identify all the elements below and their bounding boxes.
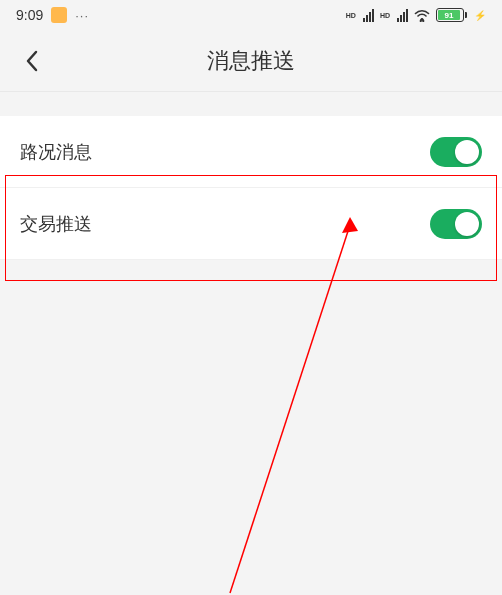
more-dots: ···	[75, 8, 89, 23]
battery-level: 91	[444, 11, 453, 20]
status-left: 9:09 ···	[16, 7, 89, 23]
toggle-transaction[interactable]	[430, 209, 482, 239]
svg-line-1	[230, 225, 350, 593]
page-title: 消息推送	[207, 46, 295, 76]
signal-bars-1	[363, 9, 374, 22]
toggle-traffic[interactable]	[430, 137, 482, 167]
battery-indicator: 91	[436, 8, 467, 22]
setting-label-transaction: 交易推送	[20, 212, 92, 236]
hd-label-1: HD	[346, 12, 356, 19]
toggle-knob	[455, 212, 479, 236]
hd-label-2: HD	[380, 12, 390, 19]
setting-row-traffic: 路况消息	[0, 116, 502, 188]
header: 消息推送	[0, 30, 502, 92]
status-time: 9:09	[16, 7, 43, 23]
toggle-knob	[455, 140, 479, 164]
setting-row-transaction: 交易推送	[0, 188, 502, 260]
setting-label-traffic: 路况消息	[20, 140, 92, 164]
back-button[interactable]	[20, 49, 44, 73]
svg-point-0	[421, 18, 424, 21]
status-bar: 9:09 ··· HD HD 91	[0, 0, 502, 30]
settings-list: 路况消息 交易推送	[0, 116, 502, 260]
status-right: HD HD 91 ⚡	[346, 8, 486, 22]
wifi-icon	[414, 8, 430, 22]
annotation-arrow	[210, 215, 380, 595]
recent-app-icon	[51, 7, 67, 23]
charging-icon: ⚡	[474, 10, 486, 21]
chevron-left-icon	[25, 50, 39, 72]
signal-bars-2	[397, 9, 408, 22]
